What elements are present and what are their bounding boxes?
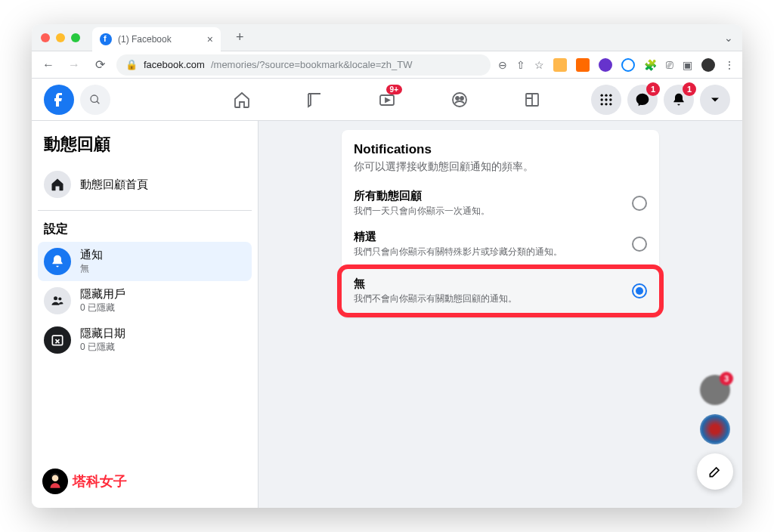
new-message-button[interactable] (697, 453, 733, 490)
svg-point-4 (456, 97, 459, 100)
svg-point-11 (605, 98, 607, 101)
highlighted-region: 無 我們不會向你顯示有關動態回顧的通知。 (337, 264, 664, 317)
notifications-panel: Notifications 你可以選擇接收動態回顧通知的頻率。 所有動態回顧 我… (342, 130, 659, 317)
svg-point-15 (609, 103, 611, 105)
window-controls (41, 33, 80, 42)
main-pane: Notifications 你可以選擇接收動態回顧通知的頻率。 所有動態回顧 我… (259, 121, 742, 508)
toolbar-icons: ⊖ ⇧ ☆ 🧩 ⎚ ▣ ⋮ (498, 58, 735, 72)
nav-pages[interactable] (281, 82, 348, 118)
option-title: 精選 (354, 230, 623, 244)
option-none[interactable]: 無 我們不會向你顯示有關動態回顧的通知。 (342, 269, 659, 313)
chat-head[interactable] (700, 414, 730, 444)
search-button[interactable] (80, 85, 110, 115)
option-desc: 我們一天只會向你顯示一次通知。 (354, 205, 623, 218)
option-title: 所有動態回顧 (354, 189, 623, 203)
svg-point-8 (605, 94, 607, 96)
tab-title: (1) Facebook (118, 34, 172, 45)
minimize-window[interactable] (56, 33, 65, 42)
sidebar-item-label: 通知 (80, 248, 103, 262)
extension-icon[interactable] (599, 58, 612, 72)
tab-close-icon[interactable]: × (207, 33, 213, 45)
extension-icon[interactable] (576, 58, 590, 72)
panel-description: 你可以選擇接收動態回顧通知的頻率。 (354, 160, 647, 174)
svg-point-14 (605, 103, 607, 105)
svg-point-10 (601, 98, 603, 101)
option-desc: 我們只會向你顯示有關特殊影片或珍藏分類的通知。 (354, 246, 623, 258)
fb-logo[interactable] (44, 85, 74, 115)
radio-indicator (632, 196, 647, 211)
option-all-memories[interactable]: 所有動態回顧 我們一天只會向你顯示一次通知。 (342, 183, 659, 224)
watermark-text: 塔科女子 (73, 472, 127, 490)
calendar-x-icon (44, 326, 71, 354)
zoom-icon[interactable]: ⊖ (498, 59, 507, 71)
url-input[interactable]: 🔒 facebook.com/memories/?source=bookmark… (116, 54, 491, 76)
profile-icon[interactable] (701, 58, 715, 72)
chat-dock: 3 (697, 375, 733, 490)
sidebar-item-sublabel: 0 已隱藏 (80, 341, 125, 354)
sidebar-item-notifications[interactable]: 通知 無 (38, 242, 252, 281)
lock-icon: 🔒 (125, 59, 138, 70)
chat-head[interactable]: 3 (700, 375, 730, 405)
nav-home[interactable] (209, 82, 275, 118)
address-bar: ← → ⟳ 🔒 facebook.com/memories/?source=bo… (32, 51, 742, 79)
titlebar: (1) Facebook × + ⌄ (32, 24, 742, 51)
nav-watch[interactable]: 9+ (354, 82, 420, 118)
svg-point-0 (91, 95, 98, 102)
messenger-button[interactable]: 1 (627, 85, 658, 115)
sidebar: 動態回顧 動態回顧首頁 設定 通知 無 (32, 121, 259, 508)
radio-indicator (632, 283, 647, 298)
browser-window: (1) Facebook × + ⌄ ← → ⟳ 🔒 facebook.com/… (32, 24, 742, 508)
panel-title: Notifications (354, 142, 647, 157)
browser-tab[interactable]: (1) Facebook × (92, 27, 221, 51)
nav-gaming[interactable] (499, 82, 565, 118)
reload-button[interactable]: ⟳ (91, 57, 109, 72)
svg-point-17 (58, 297, 61, 300)
home-icon (44, 171, 71, 198)
badge: 1 (683, 82, 696, 96)
chevron-down-icon[interactable]: ⌄ (724, 32, 733, 44)
option-desc: 我們不會向你顯示有關動態回顧的通知。 (354, 292, 623, 305)
svg-rect-18 (52, 336, 62, 345)
star-icon[interactable]: ☆ (534, 59, 544, 71)
badge: 3 (720, 372, 733, 385)
share-icon[interactable]: ⇧ (516, 59, 525, 71)
option-title: 無 (354, 277, 623, 291)
svg-point-3 (453, 93, 466, 107)
account-button[interactable] (700, 85, 730, 115)
panel-icon[interactable]: ▣ (683, 59, 692, 71)
new-tab-button[interactable]: + (236, 29, 244, 45)
menu-icon[interactable]: ⋮ (724, 59, 735, 71)
radio-indicator (632, 237, 647, 252)
extension-icon[interactable] (621, 58, 635, 72)
watermark: 塔科女子 (42, 469, 127, 494)
content: 動態回顧 動態回顧首頁 設定 通知 無 (32, 121, 742, 508)
sidebar-item-hidden-dates[interactable]: 隱藏日期 0 已隱藏 (38, 320, 252, 360)
sidebar-item-hidden-people[interactable]: 隱藏用戶 0 已隱藏 (38, 281, 252, 320)
forward-button[interactable]: → (65, 58, 83, 72)
option-highlights[interactable]: 精選 我們只會向你顯示有關特殊影片或珍藏分類的通知。 (342, 224, 659, 264)
top-nav: 9+ (209, 82, 565, 118)
svg-point-7 (601, 94, 603, 96)
cast-icon[interactable]: ⎚ (666, 58, 673, 72)
badge: 9+ (386, 85, 402, 94)
sidebar-item-sublabel: 無 (80, 262, 103, 275)
favicon-icon (100, 33, 112, 45)
close-window[interactable] (41, 33, 50, 42)
watermark-avatar (42, 469, 68, 494)
sidebar-section-heading: 設定 (38, 210, 252, 242)
sidebar-item-label: 動態回顧首頁 (80, 178, 148, 192)
people-icon (44, 287, 71, 314)
bell-icon (44, 248, 71, 275)
notifications-button[interactable]: 1 (664, 85, 694, 115)
maximize-window[interactable] (71, 33, 80, 42)
puzzle-icon[interactable]: 🧩 (644, 59, 657, 71)
back-button[interactable]: ← (39, 58, 57, 72)
menu-grid-button[interactable] (591, 85, 621, 115)
extension-icon[interactable] (553, 58, 567, 72)
svg-point-9 (609, 94, 611, 96)
sidebar-item-home[interactable]: 動態回顧首頁 (38, 165, 252, 204)
svg-point-12 (609, 98, 611, 101)
sidebar-title: 動態回顧 (38, 130, 252, 165)
svg-point-13 (601, 103, 603, 105)
nav-groups[interactable] (426, 82, 493, 118)
